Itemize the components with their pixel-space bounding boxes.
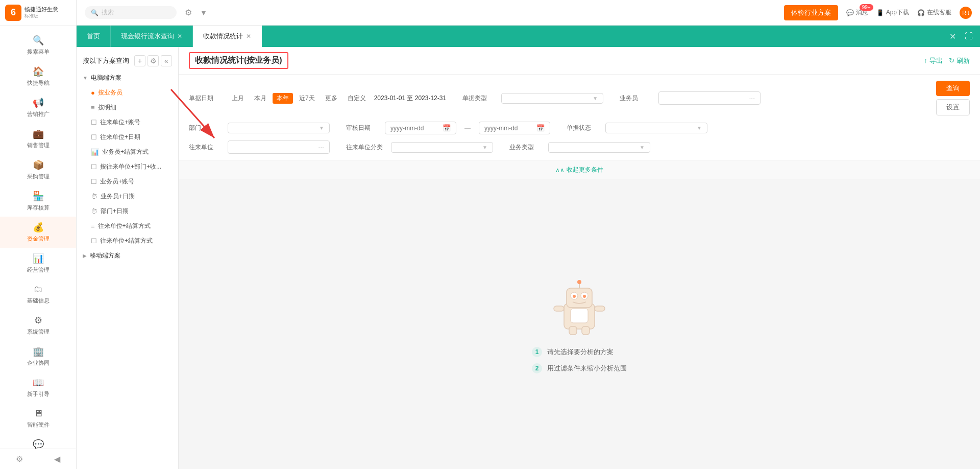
topbar-settings-btn[interactable]: ⚙ (185, 8, 192, 17)
schema-group-desktop-label: 电脑端方案 (91, 74, 121, 82)
review-date-to[interactable]: 📅 (479, 122, 550, 134)
doc-type-select[interactable]: ▼ (501, 93, 603, 104)
sidebar-item-purchase[interactable]: 📦 采购管理 (0, 154, 76, 185)
tab-close-all-btn[interactable]: ✕ (945, 29, 960, 43)
tab-home[interactable]: 首页 (77, 26, 111, 47)
topbar-right: 体验行业方案 💬 消息 99+ 📱 App下载 🎧 在线客服 Rit (784, 5, 972, 20)
tab-bank-flow[interactable]: 现金银行流水查询 ✕ (111, 26, 193, 47)
date-preset-this-month[interactable]: 本月 (250, 93, 271, 104)
schema-item-by-unit-settlement1[interactable]: ≡ 往来单位+结算方式 (77, 219, 178, 233)
messages-btn[interactable]: 💬 消息 99+ (846, 8, 868, 17)
schema-group-mobile-header[interactable]: ▶ 移动端方案 (77, 248, 178, 263)
app-download-icon: 📱 (876, 9, 884, 16)
sidebar-item-inventory[interactable]: 🏪 库存核算 (0, 185, 76, 217)
panel-settings-btn[interactable]: ⚙ (148, 55, 159, 66)
schema-item-label: 业务员+结算方式 (102, 148, 149, 156)
sidebar-item-label: 采购管理 (27, 173, 50, 180)
sidebar-item-label: 企业协同 (27, 359, 50, 367)
partner-dots[interactable]: ··· (318, 143, 324, 151)
sidebar-item-wechat[interactable]: 💬 企业微信 (0, 434, 76, 449)
tab-bank-flow-close[interactable]: ✕ (177, 33, 182, 40)
sidebar-item-corp[interactable]: 🏢 企业协同 (0, 341, 76, 372)
partner-select[interactable]: ··· (228, 140, 330, 154)
tab-receipt-stats-close[interactable]: ✕ (246, 33, 251, 40)
topbar-dropdown-btn[interactable]: ▼ (200, 9, 207, 17)
salesperson-settlement-icon: 📊 (91, 148, 99, 156)
sidebar-item-label: 资金管理 (27, 235, 50, 243)
date-preset-last-month[interactable]: 上月 (228, 93, 248, 104)
sidebar-item-search[interactable]: 🔍 搜索菜单 (0, 30, 76, 61)
schema-item-by-dept-date[interactable]: ⏱ 部门+日期 (77, 204, 178, 219)
date-preset-custom[interactable]: 自定义 (344, 93, 370, 104)
schema-item-by-salesperson-account[interactable]: ☐ 业务员+账号 (77, 174, 178, 189)
sidebar-collapse-btn[interactable]: ◀‌‌ (54, 454, 60, 464)
user-btn[interactable]: Rit (960, 7, 972, 19)
doc-type-label: 单据类型 (462, 94, 493, 103)
topbar-search-box[interactable]: 🔍 搜索 (85, 6, 177, 19)
marketing-icon: 📢 (33, 97, 44, 108)
sidebar-item-marketing[interactable]: 📢 营销推广 (0, 92, 76, 123)
panel-collapse-btn[interactable]: « (161, 55, 172, 66)
export-btn[interactable]: ↑ 导出 (924, 56, 943, 65)
salesperson-dots[interactable]: ··· (749, 94, 755, 102)
sidebar-item-hardware[interactable]: 🖥 智能硬件 (0, 403, 76, 434)
review-date-from[interactable]: 📅 (385, 122, 456, 134)
tab-receipt-stats[interactable]: 收款情况统计 ✕ (193, 26, 262, 47)
online-service-btn[interactable]: 🎧 在线客服 (917, 8, 951, 17)
export-icon: ↑ (924, 57, 928, 64)
salesperson-active-icon: ● (91, 89, 95, 97)
unit-account-icon: ☐ (91, 119, 97, 126)
schema-item-by-salesperson-settlement[interactable]: 📊 业务员+结算方式 (77, 145, 178, 159)
guide-icon: 📖 (33, 377, 44, 388)
tabs-bar: 首页 现金银行流水查询 ✕ 收款情况统计 ✕ ✕ ⛶ (77, 26, 980, 47)
schema-item-by-detail[interactable]: ≡ 按明细 (77, 100, 178, 115)
partner-category-select[interactable]: ▼ (391, 142, 493, 153)
schema-item-label: 往来单位+日期 (100, 133, 140, 142)
home-icon: 🏠 (33, 66, 44, 77)
settings-btn[interactable]: 设置 (936, 99, 970, 115)
date-preset-7days[interactable]: 近7天 (295, 93, 319, 104)
review-date-from-input[interactable] (390, 125, 439, 132)
right-panel: 收款情况统计(按业务员) ↑ 导出 ↻ 刷新 单据日期 (179, 47, 980, 469)
biz-type-select[interactable]: ▼ (548, 142, 650, 153)
trial-btn[interactable]: 体验行业方案 (784, 5, 838, 20)
basic-icon: 🗂 (34, 284, 43, 295)
panel-add-btn[interactable]: + (134, 55, 145, 66)
query-btn[interactable]: 查询 (936, 81, 970, 96)
refresh-btn[interactable]: ↻ 刷新 (949, 56, 970, 65)
unit-settlement2-icon: ☐ (91, 237, 97, 245)
schema-item-by-salesperson[interactable]: ● 按业务员 (77, 85, 178, 100)
sidebar-settings-btn[interactable]: ⚙ (16, 454, 23, 464)
collapse-bar[interactable]: ∧∧ 收起更多条件 (179, 160, 980, 179)
sidebar-item-finance[interactable]: 💰 资金管理 (0, 217, 76, 248)
corp-icon: 🏢 (33, 346, 44, 357)
collapse-more-btn[interactable]: ∧∧ 收起更多条件 (555, 166, 603, 174)
unit-dept-icon: ☐ (91, 163, 97, 171)
tab-fullscreen-btn[interactable]: ⛶ (962, 29, 976, 43)
sidebar-item-operation[interactable]: 📊 经营管理 (0, 248, 76, 279)
dept-select[interactable]: ▼ (228, 123, 330, 133)
refresh-label: 刷新 (957, 56, 970, 65)
empty-area: 1 请先选择要分析的方案 2 用过滤条件来缩小分析范围 (179, 179, 980, 469)
sidebar-item-guide[interactable]: 📖 新手引导 (0, 372, 76, 403)
salesperson-select[interactable]: ··· (658, 91, 761, 105)
sidebar-item-sales[interactable]: 💼 销售管理 (0, 123, 76, 154)
sidebar-item-quicknav[interactable]: 🏠 快捷导航 (0, 61, 76, 92)
sidebar-item-basic[interactable]: 🗂 基础信息 (0, 279, 76, 310)
svg-rect-12 (571, 309, 588, 323)
date-preset-this-year[interactable]: 本年 (273, 93, 293, 104)
doc-status-select[interactable]: ▼ (605, 123, 707, 133)
schema-item-label: 往来单位+结算方式 (100, 237, 153, 245)
review-date-to-input[interactable] (484, 125, 533, 132)
schema-item-by-unit-dept[interactable]: ☐ 按往来单位+部门+收... (77, 159, 178, 174)
date-preset-more[interactable]: 更多 (321, 93, 341, 104)
filter-actions-col: 查询 设置 (936, 81, 970, 115)
schema-item-by-unit-date[interactable]: ☐ 往来单位+日期 (77, 130, 178, 145)
left-panel: 按以下方案查询 + ⚙ « ▼ 电脑端方案 ● 按业务员 ≡ (77, 47, 179, 469)
schema-group-desktop-header[interactable]: ▼ 电脑端方案 (77, 71, 178, 85)
schema-item-by-unit-account[interactable]: ☐ 往来单位+账号 (77, 115, 178, 130)
sidebar-item-system[interactable]: ⚙ 系统管理 (0, 310, 76, 341)
app-download-btn[interactable]: 📱 App下载 (876, 8, 909, 17)
schema-item-by-salesperson-date[interactable]: ⏱ 业务员+日期 (77, 189, 178, 204)
schema-item-by-unit-settlement2[interactable]: ☐ 往来单位+结算方式 (77, 233, 178, 248)
